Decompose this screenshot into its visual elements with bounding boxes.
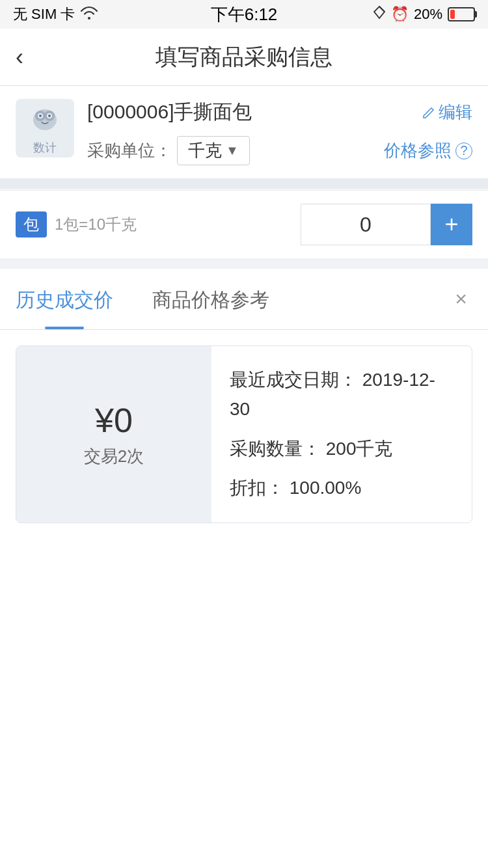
tab-header: 历史成交价 商品价格参考 × xyxy=(0,269,488,330)
tab-history-price[interactable]: 历史成交价 xyxy=(16,269,113,329)
discount-value: 100.00% xyxy=(290,478,362,498)
edit-button[interactable]: 编辑 xyxy=(422,101,472,124)
nav-bar: ‹ 填写商品采购信息 xyxy=(0,29,488,86)
battery-icon xyxy=(448,7,475,21)
quantity-row-detail: 采购数量： 200千克 xyxy=(230,435,454,464)
product-info: [0000006]手撕面包 编辑 采购单位： 千克 ▼ 价格 xyxy=(87,99,472,165)
unit-label: 采购单位： xyxy=(87,139,172,162)
section-divider xyxy=(0,178,488,189)
recent-date-row: 最近成交日期： 2019-12-30 xyxy=(230,366,454,424)
unit-badge: 包 xyxy=(16,211,47,237)
location-icon xyxy=(373,5,386,23)
main-content-area xyxy=(0,539,488,868)
price-display: ¥0 xyxy=(95,401,133,440)
quantity-section: 包 1包=10千克 + xyxy=(0,190,488,258)
wifi-icon xyxy=(80,5,98,23)
recent-date-label: 最近成交日期： xyxy=(230,370,357,390)
discount-row: 折扣： 100.00% xyxy=(230,474,454,503)
carrier-text: 无 SIM 卡 xyxy=(13,5,75,24)
tab-product-price-ref[interactable]: 商品价格参考 xyxy=(152,269,269,329)
tab-close-button[interactable]: × xyxy=(450,282,472,316)
quantity-plus-button[interactable]: + xyxy=(431,204,472,245)
product-name: [0000006]手撕面包 xyxy=(87,99,252,126)
unit-select[interactable]: 千克 ▼ xyxy=(177,136,250,165)
svg-point-5 xyxy=(39,115,42,117)
status-time: 下午6:12 xyxy=(211,3,278,26)
quantity-input-row: + xyxy=(301,204,472,245)
product-thumbnail: 数计 xyxy=(16,99,74,157)
price-card-right: 最近成交日期： 2019-12-30 采购数量： 200千克 折扣： 100.0… xyxy=(211,346,472,522)
main-divider xyxy=(0,258,488,269)
tabs: 历史成交价 商品价格参考 xyxy=(16,269,269,329)
product-thumb-icon xyxy=(29,102,61,139)
back-button[interactable]: ‹ xyxy=(16,44,23,71)
page-title: 填写商品采购信息 xyxy=(156,42,332,72)
status-left: 无 SIM 卡 xyxy=(13,5,98,24)
product-card: 数计 [0000006]手撕面包 编辑 采购单位： 千克 ▼ xyxy=(0,86,488,178)
price-card-left: ¥0 交易2次 xyxy=(16,346,211,522)
price-card: ¥0 交易2次 最近成交日期： 2019-12-30 采购数量： 200千克 折… xyxy=(16,346,472,523)
quantity-detail-label: 采购数量： xyxy=(230,439,321,459)
status-bar: 无 SIM 卡 下午6:12 ⏰ 20% xyxy=(0,0,488,29)
svg-point-6 xyxy=(48,115,51,117)
quantity-unit-info: 包 1包=10千克 xyxy=(16,211,137,237)
status-right: ⏰ 20% xyxy=(373,5,475,23)
alarm-icon: ⏰ xyxy=(391,6,409,23)
tab-panel: 历史成交价 商品价格参考 × ¥0 交易2次 最近成交日期： 2019-12-3… xyxy=(0,269,488,539)
dropdown-arrow-icon: ▼ xyxy=(226,143,239,158)
help-icon: ? xyxy=(455,142,472,159)
battery-percent: 20% xyxy=(414,6,442,23)
discount-label: 折扣： xyxy=(230,478,284,498)
quantity-input[interactable] xyxy=(301,204,431,245)
price-ref-button[interactable]: 价格参照 ? xyxy=(384,139,472,162)
quantity-detail-value: 200千克 xyxy=(326,439,393,459)
unit-conversion: 1包=10千克 xyxy=(55,214,137,235)
price-times: 交易2次 xyxy=(84,445,144,468)
thumb-label: 数计 xyxy=(33,140,57,156)
tab-content: ¥0 交易2次 最近成交日期： 2019-12-30 采购数量： 200千克 折… xyxy=(0,330,488,539)
